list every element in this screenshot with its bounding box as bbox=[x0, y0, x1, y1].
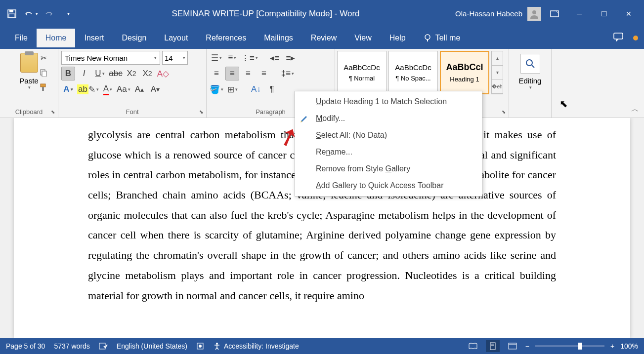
align-left-icon[interactable]: ≡ bbox=[210, 67, 223, 80]
align-right-icon[interactable]: ≡ bbox=[241, 67, 255, 80]
qat-dropdown-icon[interactable]: ▾ bbox=[60, 6, 76, 22]
ctx-modify[interactable]: Modify... bbox=[295, 110, 482, 127]
font-launcher-icon[interactable]: ⬊ bbox=[199, 109, 203, 115]
status-accessibility[interactable]: Accessibility: Investigate bbox=[213, 342, 299, 350]
save-icon[interactable] bbox=[4, 6, 20, 22]
view-read-icon[interactable] bbox=[466, 340, 480, 352]
tab-design[interactable]: Design bbox=[113, 29, 155, 47]
styles-down-icon[interactable]: ▾ bbox=[492, 66, 503, 80]
text-effects-button[interactable]: A▾ bbox=[61, 82, 75, 96]
style-no-spacing[interactable]: AaBbCcDc ¶ No Spac... bbox=[388, 51, 438, 94]
subscript-button[interactable]: X2 bbox=[125, 67, 138, 80]
user-name[interactable]: Ola-Hassan Habeeb bbox=[455, 9, 522, 18]
clipboard-launcher-icon[interactable]: ⬊ bbox=[51, 109, 55, 115]
highlight-button[interactable]: ab✎▾ bbox=[77, 82, 99, 96]
font-color-button[interactable]: A▾ bbox=[101, 82, 115, 96]
find-icon[interactable] bbox=[520, 54, 540, 74]
minimize-icon[interactable]: ─ bbox=[568, 4, 591, 24]
ctx-update[interactable]: Update Heading 1 to Match Selection bbox=[295, 93, 482, 110]
bullets-button[interactable]: ☰▾ bbox=[210, 51, 223, 65]
multilevel-button[interactable]: ⋮≡▾ bbox=[241, 51, 258, 65]
styles-up-icon[interactable]: ▴ bbox=[492, 51, 503, 66]
tab-home[interactable]: Home bbox=[37, 29, 76, 47]
strikethrough-button[interactable]: abc bbox=[109, 67, 123, 80]
italic-button[interactable]: I bbox=[77, 67, 91, 80]
svg-rect-4 bbox=[551, 11, 558, 17]
status-lang[interactable]: English (United States) bbox=[117, 342, 187, 350]
ctx-addgallery[interactable]: Add Gallery to Quick Access Toolbar bbox=[295, 177, 482, 194]
font-name-select[interactable]: Times New Roman▾ bbox=[61, 51, 160, 65]
clipboard-label: Clipboard bbox=[0, 108, 58, 116]
maximize-icon[interactable]: ☐ bbox=[593, 4, 615, 24]
show-marks-icon[interactable]: ¶ bbox=[265, 82, 279, 96]
style-normal[interactable]: AaBbCcDc ¶ Normal bbox=[337, 51, 386, 94]
avatar[interactable] bbox=[527, 7, 541, 21]
svg-rect-18 bbox=[490, 343, 495, 350]
borders-button[interactable]: ⊞▾ bbox=[225, 82, 239, 96]
numbering-button[interactable]: ≡▾ bbox=[225, 51, 239, 65]
undo-icon[interactable]: ▾ bbox=[23, 6, 39, 22]
svg-line-13 bbox=[532, 65, 534, 68]
shrink-font-icon[interactable]: A▾ bbox=[148, 82, 162, 96]
svg-point-5 bbox=[425, 35, 430, 39]
styles-more-icon[interactable]: �ећ bbox=[492, 79, 503, 94]
tab-mailings[interactable]: Mailings bbox=[255, 29, 302, 47]
grow-font-icon[interactable]: A▴ bbox=[132, 82, 146, 96]
ctx-rename[interactable]: Rename... bbox=[295, 144, 482, 160]
zoom-in-icon[interactable]: + bbox=[610, 342, 614, 350]
tab-file[interactable]: File bbox=[6, 29, 37, 47]
view-print-icon[interactable] bbox=[486, 340, 500, 352]
ctx-remove[interactable]: Remove from Style Gallery bbox=[295, 160, 482, 177]
font-group: Times New Roman▾ 14▾ B I U▾ abc X2 X2 A◇… bbox=[58, 49, 207, 118]
tab-view[interactable]: View bbox=[345, 29, 380, 47]
justify-icon[interactable]: ≡ bbox=[257, 67, 271, 80]
svg-rect-7 bbox=[614, 33, 623, 39]
close-icon[interactable]: ✕ bbox=[617, 4, 640, 24]
copy-icon[interactable] bbox=[38, 67, 49, 79]
align-center-icon[interactable]: ≡ bbox=[225, 67, 239, 80]
status-words[interactable]: 5737 words bbox=[54, 342, 89, 350]
cut-icon[interactable]: ✂ bbox=[38, 52, 49, 64]
ribbon-display-icon[interactable] bbox=[543, 4, 566, 24]
increase-indent-icon[interactable]: ≡▸ bbox=[284, 51, 298, 65]
comments-icon[interactable] bbox=[613, 33, 623, 43]
decrease-indent-icon[interactable]: ◂≡ bbox=[268, 51, 282, 65]
status-page[interactable]: Page 5 of 30 bbox=[6, 342, 45, 350]
redo-icon[interactable] bbox=[42, 6, 57, 22]
tab-review[interactable]: Review bbox=[302, 29, 345, 47]
tab-insert[interactable]: Insert bbox=[75, 29, 113, 47]
menu-bar: File Home Insert Design Layout Reference… bbox=[0, 27, 644, 49]
collapse-ribbon-icon[interactable]: ︿ bbox=[631, 104, 639, 115]
clipboard-group: Paste ▾ ✂ Clipboard ⬊ bbox=[0, 49, 58, 118]
shading-button[interactable]: 🪣▾ bbox=[210, 82, 223, 96]
sort-icon[interactable]: A↓ bbox=[249, 82, 263, 96]
line-spacing-button[interactable]: ‡≡▾ bbox=[281, 67, 295, 80]
tab-references[interactable]: References bbox=[197, 29, 255, 47]
status-macro-icon[interactable] bbox=[196, 342, 204, 350]
editing-label[interactable]: Editing bbox=[519, 77, 542, 85]
zoom-slider[interactable] bbox=[535, 345, 604, 347]
font-size-select[interactable]: 14▾ bbox=[162, 51, 188, 65]
title-bar: ▾ ▾ SEMINAR WRITE-UP [Compatibility Mode… bbox=[0, 0, 644, 27]
svg-rect-21 bbox=[509, 343, 516, 349]
clear-format-icon[interactable]: A◇ bbox=[156, 67, 170, 80]
change-case-button[interactable]: Aa▾ bbox=[117, 82, 130, 96]
styles-launcher-icon[interactable]: ⬊ bbox=[502, 109, 506, 115]
status-spell-icon[interactable] bbox=[99, 342, 108, 350]
view-web-icon[interactable] bbox=[506, 340, 519, 352]
bold-button[interactable]: B bbox=[61, 67, 75, 80]
tellme[interactable]: Tell me bbox=[415, 29, 470, 47]
format-painter-icon[interactable] bbox=[38, 81, 49, 93]
tab-help[interactable]: Help bbox=[381, 29, 415, 47]
style-heading1[interactable]: AaBbCcI Heading 1 bbox=[440, 51, 489, 94]
pending-dot-icon[interactable] bbox=[633, 36, 638, 40]
superscript-button[interactable]: X2 bbox=[140, 67, 154, 80]
zoom-level[interactable]: 100% bbox=[620, 342, 638, 350]
svg-rect-6 bbox=[427, 39, 428, 41]
tab-layout[interactable]: Layout bbox=[155, 29, 197, 47]
zoom-out-icon[interactable]: − bbox=[525, 342, 529, 350]
underline-button[interactable]: U▾ bbox=[93, 67, 107, 80]
document-title: SEMINAR WRITE-UP [Compatibility Mode] - … bbox=[76, 9, 455, 19]
modify-icon bbox=[300, 114, 310, 124]
ctx-selectall[interactable]: Select All: (No Data) bbox=[295, 127, 482, 144]
